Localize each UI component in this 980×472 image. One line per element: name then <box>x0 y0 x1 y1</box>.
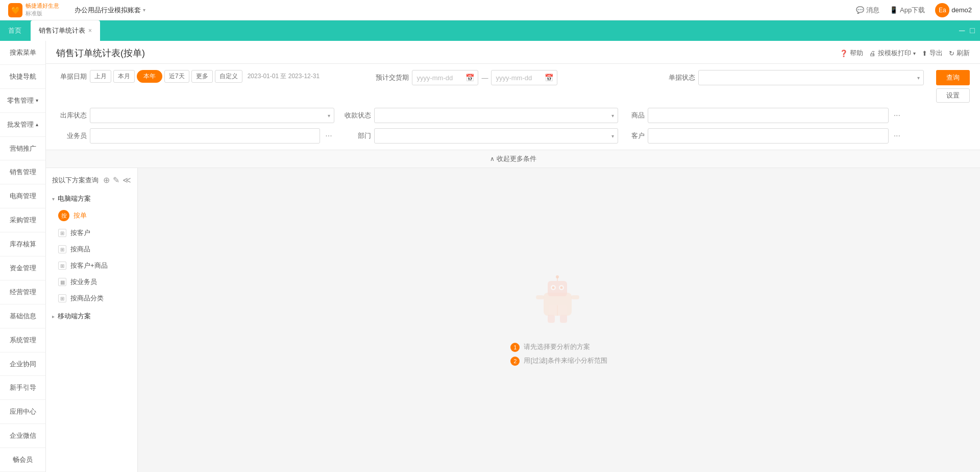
tab-maximize-icon[interactable]: □ <box>970 26 975 35</box>
department-select[interactable] <box>374 128 619 144</box>
tab-bar-actions: ─ □ <box>959 26 980 35</box>
empty-tip-2: 2 用[过滤]条件来缩小分析范围 <box>510 356 607 366</box>
svg-point-7 <box>556 275 559 278</box>
workspace-selector[interactable]: 办公用品行业模拟账套 ▾ <box>75 6 145 15</box>
print-button[interactable]: 🖨 按模板打印 ▾ <box>869 49 916 58</box>
scheme-group-pc-label[interactable]: ▾ 电脑端方案 <box>46 191 137 206</box>
scheme-item-salesperson-label: 按业务员 <box>70 277 97 287</box>
sidebar-inventory-label: 库存核算 <box>10 240 36 249</box>
bill-status-select[interactable] <box>698 70 924 85</box>
sidebar-item-sales[interactable]: 销售管理 <box>0 160 45 184</box>
sidebar-item-inventory[interactable]: 库存核算 <box>0 232 45 256</box>
scheme-item-by-customer[interactable]: ⊞ 按客户 <box>46 225 137 241</box>
payment-status-select[interactable] <box>374 108 619 123</box>
customer-dots-icon[interactable]: ··· <box>892 131 902 140</box>
scheme-edit-icon[interactable]: ✎ <box>113 175 119 185</box>
scheme-filter-text: 按以下方案查询 <box>52 176 99 185</box>
svg-rect-10 <box>548 315 555 323</box>
scheme-item-by-salesperson[interactable]: ▦ 按业务员 <box>46 274 137 290</box>
scheme-item-goods-label: 按商品 <box>70 245 90 254</box>
payment-status-label: 收款状态 <box>340 111 371 120</box>
collapse-bar[interactable]: ∧ 收起更多条件 <box>46 150 980 168</box>
scheme-group-mobile-label[interactable]: ▸ 移动端方案 <box>46 309 137 324</box>
svg-rect-1 <box>548 281 567 296</box>
date-btn-this-month[interactable]: 本月 <box>113 70 135 83</box>
help-button[interactable]: ❓ 帮助 <box>840 49 863 58</box>
user-avatar: Ea <box>935 3 949 17</box>
scheme-item-by-order[interactable]: 按 按单 <box>46 206 137 225</box>
sidebar-item-finance[interactable]: 资金管理 <box>0 256 45 280</box>
sidebar-item-purchase[interactable]: 采购管理 <box>0 208 45 232</box>
tab-active-label: 销售订单统计表 <box>39 26 85 35</box>
date-btn-last-month[interactable]: 上月 <box>90 70 111 83</box>
scheme-add-icon[interactable]: ⊕ <box>103 175 110 185</box>
scheme-panel: 按以下方案查询 ⊕ ✎ ≪ ▾ 电脑端方案 按 <box>46 168 138 472</box>
scheme-item-cg-label: 按客户+商品 <box>70 261 108 270</box>
sidebar-item-basic[interactable]: 基础信息 <box>0 304 45 328</box>
sidebar-operations-label: 经营管理 <box>10 288 36 297</box>
retail-arrow-icon: ▾ <box>36 98 38 103</box>
sidebar-wholesale-label: 批发管理 <box>7 120 34 129</box>
sidebar-member-label: 畅会员 <box>13 455 33 464</box>
tab-home[interactable]: 首页 <box>0 20 30 41</box>
tab-close-icon[interactable]: × <box>88 27 92 34</box>
sidebar-item-marketing[interactable]: 营销推广 <box>0 137 45 161</box>
query-button[interactable]: 查询 <box>936 70 970 85</box>
scheme-group-pc: ▾ 电脑端方案 按 按单 ⊞ 按客户 <box>46 191 137 306</box>
sidebar-item-retail[interactable]: 零售管理 ▾ <box>0 89 45 113</box>
date-btn-this-year[interactable]: 本年 <box>137 70 162 83</box>
scheme-group-mobile-arrow: ▸ <box>52 314 55 319</box>
date-btn-custom[interactable]: 自定义 <box>215 70 242 83</box>
logo-area: 🧡 畅捷通好生意 标准版 <box>8 3 59 17</box>
scheme-collapse-icon[interactable]: ≪ <box>122 175 131 185</box>
sidebar-newbie-label: 新手引导 <box>10 383 36 392</box>
salesperson-input[interactable] <box>90 128 320 144</box>
export-button[interactable]: ⬆ 导出 <box>922 49 943 58</box>
message-label: 消息 <box>866 6 879 15</box>
bill-status-label: 单据状态 <box>665 73 695 82</box>
sidebar-item-wholesale[interactable]: 批发管理 ▴ <box>0 113 45 137</box>
sidebar-item-ecommerce[interactable]: 电商管理 <box>0 184 45 208</box>
customer-input[interactable] <box>648 128 888 144</box>
collapse-button[interactable]: ∧ 收起更多条件 <box>490 154 536 163</box>
date-btn-last7[interactable]: 近7天 <box>164 70 189 83</box>
sidebar-purchase-label: 采购管理 <box>10 216 36 225</box>
sidebar-item-enterprise[interactable]: 企业协同 <box>0 352 45 376</box>
scheme-item-by-order-label: 按单 <box>74 211 87 220</box>
sidebar-item-operations[interactable]: 经营管理 <box>0 280 45 304</box>
salesperson-label: 业务员 <box>56 131 87 140</box>
goods-dots-icon[interactable]: ··· <box>892 111 902 120</box>
sidebar-item-member[interactable]: 畅会员 <box>0 448 45 472</box>
sidebar-item-system[interactable]: 系统管理 <box>0 328 45 352</box>
print-arrow-icon: ▾ <box>913 51 916 56</box>
scheme-grid-icon-customer: ⊞ <box>58 229 66 237</box>
print-label: 按模板打印 <box>878 49 911 58</box>
salesperson-dots-icon[interactable]: ··· <box>323 131 334 140</box>
tab-minimize-icon[interactable]: ─ <box>959 26 965 35</box>
tip-num-1: 1 <box>510 343 520 352</box>
user-area[interactable]: Ea demo2 <box>935 3 972 17</box>
sidebar-item-apps[interactable]: 应用中心 <box>0 400 45 424</box>
sidebar-apps-label: 应用中心 <box>10 407 36 416</box>
sidebar-item-newbie[interactable]: 新手引导 <box>0 376 45 400</box>
sidebar-item-search[interactable]: 搜索菜单 <box>0 41 45 65</box>
sidebar-finance-label: 资金管理 <box>10 264 36 273</box>
sidebar-marketing-label: 营销推广 <box>10 144 36 153</box>
scheme-item-by-goods[interactable]: ⊞ 按商品 <box>46 241 137 257</box>
tip-2-text: 用[过滤]条件来缩小分析范围 <box>524 356 607 365</box>
app-download-button[interactable]: 📱 App下载 <box>890 6 925 15</box>
sidebar-item-quicknav[interactable]: 快捷导航 <box>0 65 45 89</box>
scheme-item-by-customer-goods[interactable]: ⊞ 按客户+商品 <box>46 257 137 274</box>
out-status-select[interactable] <box>90 108 334 123</box>
empty-tips: 1 请先选择要分析的方案 2 用[过滤]条件来缩小分析范围 <box>510 342 607 366</box>
calendar-end-icon: 📅 <box>545 74 553 82</box>
message-button[interactable]: 💬 消息 <box>856 6 879 15</box>
sidebar-item-wechat[interactable]: 企业微信 <box>0 424 45 448</box>
refresh-button[interactable]: ↻ 刷新 <box>949 49 970 58</box>
scheme-group-pc-name: 电脑端方案 <box>58 194 91 203</box>
scheme-item-by-category[interactable]: ⊞ 按商品分类 <box>46 290 137 306</box>
tab-active[interactable]: 销售订单统计表 × <box>31 20 100 41</box>
goods-input[interactable] <box>648 108 888 123</box>
reset-button[interactable]: 设置 <box>936 88 970 103</box>
date-btn-more[interactable]: 更多 <box>191 70 213 83</box>
